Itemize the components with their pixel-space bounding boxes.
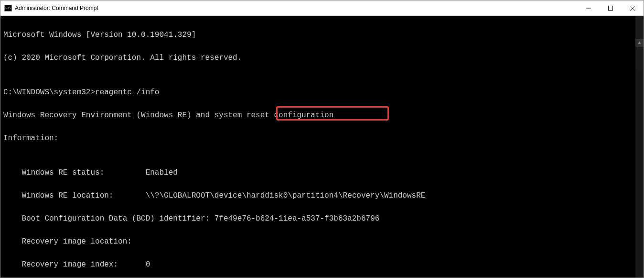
re-location-label: Windows RE location: xyxy=(3,191,146,200)
re-location-highlighted: harddisk0\partition4 xyxy=(247,191,338,200)
scroll-up-arrow[interactable]: ▲ xyxy=(635,39,644,47)
titlebar[interactable]: C:\ Administrator: Command Prompt xyxy=(0,0,644,16)
maximize-button[interactable] xyxy=(600,0,622,15)
bcd-value: 7fe49e76-b624-11ea-a537-f3b63a2b6796 xyxy=(215,214,380,223)
minimize-button[interactable] xyxy=(578,0,600,15)
bcd-label: Boot Configuration Data (BCD) identifier… xyxy=(3,214,215,223)
info-header-2: Information: xyxy=(3,133,641,144)
prompt-command: reagentc /info xyxy=(95,88,159,97)
re-status-label: Windows RE status: xyxy=(3,168,146,177)
recovery-image-index-value: 0 xyxy=(146,260,150,269)
prompt-line-1: C:\WINDOWS\system32>reagentc /info xyxy=(3,87,641,98)
version-line: Microsoft Windows [Version 10.0.19041.32… xyxy=(3,29,641,41)
recovery-image-index-label: Recovery image index: xyxy=(3,260,146,269)
re-location-suffix: \Recovery\WindowsRE xyxy=(338,191,425,200)
re-location-row: Windows RE location: \\?\GLOBALROOT\devi… xyxy=(3,190,641,201)
window-title: Administrator: Command Prompt xyxy=(15,5,578,11)
info-header-1: Windows Recovery Environment (Windows RE… xyxy=(3,110,641,121)
re-status-row: Windows RE status: Enabled xyxy=(3,167,641,178)
copyright-line: (c) 2020 Microsoft Corporation. All righ… xyxy=(3,52,641,64)
scrollbar[interactable]: ▲ xyxy=(635,16,644,278)
recovery-image-index-row: Recovery image index: 0 xyxy=(3,259,641,270)
prompt-path: C:\WINDOWS\system32> xyxy=(3,88,95,97)
cmd-icon: C:\ xyxy=(4,5,12,11)
scroll-track[interactable] xyxy=(635,70,644,278)
svg-rect-1 xyxy=(609,6,613,10)
window-controls xyxy=(578,0,644,15)
close-button[interactable] xyxy=(622,0,644,15)
bcd-row: Boot Configuration Data (BCD) identifier… xyxy=(3,213,641,224)
recovery-image-location: Recovery image location: xyxy=(3,236,641,247)
terminal-output[interactable]: Microsoft Windows [Version 10.0.19041.32… xyxy=(0,16,644,278)
re-location-prefix: \\?\GLOBALROOT\device\ xyxy=(146,191,247,200)
re-status-value: Enabled xyxy=(146,168,178,177)
